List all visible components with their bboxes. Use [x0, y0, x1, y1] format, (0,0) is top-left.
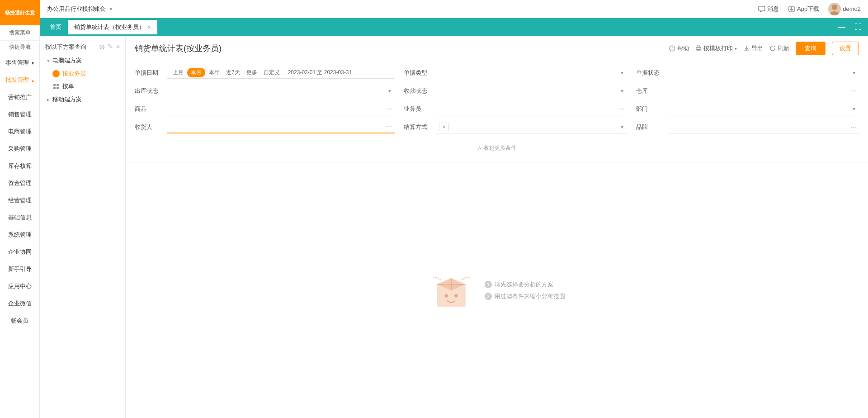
goods-input[interactable]: ··· — [167, 103, 395, 115]
workspace-dropdown-icon[interactable]: ▾ — [109, 5, 113, 12]
warehouse-label: 仓库 — [636, 87, 669, 95]
date-tab-more[interactable]: 更多 — [244, 68, 260, 77]
collapse-btn[interactable]: ∧ 收起更多条件 — [472, 142, 521, 154]
close-x-icon[interactable]: × — [442, 124, 446, 130]
receiver-input[interactable]: ··· — [167, 121, 395, 133]
sidebar-item-retail[interactable]: 零售管理 ▾ — [0, 54, 40, 71]
sidebar-item-operation[interactable]: 经营管理 — [0, 192, 40, 209]
goods-dots-icon: ··· — [386, 105, 392, 113]
goods-label: 商品 — [135, 105, 167, 113]
svg-rect-12 — [697, 49, 700, 50]
svg-rect-6 — [53, 87, 56, 89]
panel-sidebar-header: 按以下方案查询 ⊕ ✎ « — [40, 40, 125, 54]
active-indicator — [52, 70, 60, 77]
settle-tag: × — [439, 123, 449, 131]
sidebar-item-system[interactable]: 系统管理 — [0, 226, 40, 243]
tab-close-icon[interactable]: × — [147, 24, 151, 31]
out-status-label: 出库状态 — [135, 87, 167, 95]
print-icon — [695, 45, 702, 52]
settle-select[interactable]: × — [436, 121, 627, 133]
sidebar-item-ecommerce[interactable]: 电商管理 — [0, 123, 40, 140]
svg-rect-4 — [53, 84, 56, 86]
date-tab-7days[interactable]: 近7天 — [223, 68, 243, 77]
sidebar-item-finance[interactable]: 资金管理 — [0, 175, 40, 192]
help-btn[interactable]: ? 帮助 — [669, 44, 689, 52]
refresh-icon — [769, 45, 776, 52]
sidebar-item-guide[interactable]: 新手引导 — [0, 261, 40, 278]
sidebar-item-marketing[interactable]: 营销推广 — [0, 89, 40, 106]
sidebar-item-member[interactable]: 畅会员 — [0, 312, 40, 329]
quick-nav[interactable]: 快捷导航 — [0, 41, 40, 54]
tab-sales-stat[interactable]: 销货单统计表（按业务员） × — [68, 20, 157, 34]
tab-minimize-btn[interactable]: — — [835, 22, 848, 32]
dept-select[interactable] — [669, 103, 859, 115]
out-status-select[interactable] — [167, 85, 395, 97]
salesman-input[interactable]: ··· — [436, 103, 627, 115]
export-btn[interactable]: 导出 — [743, 44, 763, 52]
tab-maximize-btn[interactable]: ⛶ — [852, 22, 864, 32]
date-tab-this-year[interactable]: 本年 — [206, 68, 222, 77]
tree-child-by-order[interactable]: 按单 — [40, 80, 125, 93]
app-download-btn[interactable]: App下载 — [788, 5, 819, 13]
collapse-panel-btn[interactable]: « — [116, 43, 120, 51]
query-button[interactable]: 查询 — [796, 42, 826, 55]
salesman-dots-icon: ··· — [618, 105, 624, 113]
status-select[interactable] — [669, 66, 859, 79]
pay-status-label: 收款状态 — [404, 87, 436, 95]
warehouse-input[interactable]: ··· — [669, 85, 859, 97]
panel-sidebar: 按以下方案查询 ⊕ ✎ « ▾ 电脑端方案 按业务员 — [40, 36, 126, 418]
tree-item-mobile[interactable]: ▸ 移动端方案 — [40, 93, 125, 106]
message-btn[interactable]: 消息 — [758, 5, 779, 13]
main-area: 办公用品行业模拟账套 ▾ 消息 App下载 demo2 首页 — [40, 0, 868, 418]
search-menu[interactable]: 搜索菜单 — [0, 25, 40, 41]
tab-home[interactable]: 首页 — [43, 20, 68, 34]
sidebar-item-collab[interactable]: 企业协同 — [0, 243, 40, 261]
svg-point-17 — [444, 294, 448, 297]
refresh-btn[interactable]: 刷新 — [769, 44, 789, 52]
topbar: 办公用品行业模拟账套 ▾ 消息 App下载 demo2 — [40, 0, 868, 18]
salesman-label: 业务员 — [404, 105, 436, 113]
print-dropdown-icon[interactable]: ▾ — [735, 46, 737, 51]
page-header-actions: ? 帮助 按模板打印 ▾ 导出 刷新 — [669, 42, 859, 55]
tip-num-1: 1 — [485, 281, 492, 288]
date-tabs: 上月 本月 本年 近7天 更多 自定义 — [170, 68, 283, 77]
brand-dots-icon: ··· — [850, 123, 856, 131]
edit-scheme-btn[interactable]: ✎ — [108, 43, 113, 51]
add-scheme-btn[interactable]: ⊕ — [99, 43, 105, 51]
tabbar-controls: — ⛶ — [835, 22, 864, 32]
sidebar-item-inventory[interactable]: 库存核算 — [0, 157, 40, 175]
tree-expand-icon: ▾ — [47, 58, 50, 64]
sidebar-item-basic[interactable]: 基础信息 — [0, 209, 40, 226]
user-profile[interactable]: demo2 — [828, 3, 861, 15]
empty-state-content: 1 请先选择要分析的方案 2 用过滤条件来缩小分析范围 — [429, 268, 565, 313]
sidebar-item-apps[interactable]: 应用中心 — [0, 278, 40, 295]
date-range-value: 2023-03-01 至 2023-03-31 — [288, 69, 352, 76]
pay-status-select[interactable] — [436, 85, 627, 97]
settings-button[interactable]: 设置 — [832, 42, 859, 55]
message-icon — [758, 5, 765, 13]
sidebar-item-sales[interactable]: 销售管理 — [0, 106, 40, 123]
sidebar-item-wholesale[interactable]: 批发管理 ▴ — [0, 71, 40, 89]
svg-rect-7 — [57, 87, 59, 89]
type-select[interactable] — [436, 66, 627, 79]
svg-point-18 — [454, 294, 458, 297]
sidebar-item-wechat[interactable]: 企业微信 — [0, 295, 40, 312]
sidebar-item-purchase[interactable]: 采购管理 — [0, 140, 40, 157]
chevron-icon: ▾ — [32, 61, 34, 66]
export-icon — [743, 45, 750, 52]
date-tab-last-month[interactable]: 上月 — [170, 68, 186, 77]
filter-row-4: 收货人 ··· 结算方式 × 品牌 ··· — [135, 121, 859, 133]
template-print-btn[interactable]: 按模板打印 ▾ — [695, 44, 737, 52]
empty-illustration — [429, 268, 474, 313]
brand-label: 品牌 — [636, 123, 669, 131]
date-tab-custom[interactable]: 自定义 — [261, 68, 283, 77]
tree-item-desktop[interactable]: ▾ 电脑端方案 — [40, 54, 125, 67]
brand-input[interactable]: ··· — [669, 121, 859, 133]
page-header: 销货单统计表(按业务员) ? 帮助 按模板打印 ▾ 导出 — [126, 36, 868, 60]
date-tab-this-month[interactable]: 本月 — [187, 68, 205, 77]
svg-point-3 — [830, 11, 839, 15]
svg-point-2 — [832, 5, 837, 10]
tree-child-by-salesman[interactable]: 按业务员 — [40, 67, 125, 80]
svg-rect-11 — [697, 46, 700, 48]
date-label: 单据日期 — [135, 69, 167, 77]
